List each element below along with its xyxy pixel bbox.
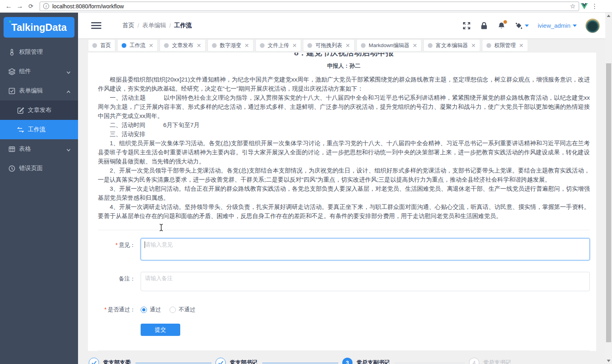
step-number: 3 (342, 358, 353, 364)
step-connector (262, 363, 338, 363)
radio-label: 不通过 (179, 306, 195, 313)
sidebar-item-label: 权限管理 (19, 48, 71, 56)
submit-button[interactable]: 提交 (141, 324, 180, 336)
close-icon[interactable]: ✕ (149, 43, 154, 48)
scrollbar-up-icon[interactable] (605, 13, 612, 19)
article-publish-icon (17, 107, 24, 114)
sidebar-item-article-publish[interactable]: 文章发布 (0, 100, 78, 120)
tab-count-to[interactable]: 数字渐变 ✕ (208, 39, 254, 51)
tab-draggable-list[interactable]: 可拖拽列表 ✕ (303, 39, 354, 51)
note-form-row: 备注： (98, 272, 590, 293)
step-2: 党支部书记 李四审核并通过 (215, 358, 342, 364)
radio-circle-icon (141, 307, 147, 313)
tab-dot-icon (486, 43, 491, 48)
browser-toolbar: ← → ⟳ i localhost:8080/form/workflow ☆ ⋮ (0, 0, 612, 13)
opinion-textarea[interactable] (141, 238, 590, 260)
close-icon[interactable]: ✕ (196, 43, 201, 48)
article-paragraph: 一、活动主题 以中国特色社会主义理论为指导，深入贯彻落实党的十八大、十八届四中全… (98, 93, 590, 120)
url-text: localhost:8080/form/workflow (52, 3, 570, 9)
tab-dot-icon (122, 43, 126, 48)
browser-forward-icon[interactable]: → (14, 2, 25, 11)
workflow-card: 8：建党节庆祝活动启动申报 申报人：孙二 根据县委组织部(组织[20xx]21)… (88, 47, 596, 351)
bookmark-star-icon[interactable]: ☆ (570, 2, 576, 10)
tab-rich-text-editor[interactable]: 富文本编辑器 ✕ (423, 39, 480, 51)
opinion-label: *意见： (98, 238, 135, 249)
close-icon[interactable]: ✕ (292, 43, 297, 48)
tab-article-publish[interactable]: 文章发布 ✕ (160, 39, 206, 51)
vue-devtools-icon[interactable] (579, 3, 589, 9)
url-bar[interactable]: i localhost:8080/form/workflow ☆ (40, 2, 579, 11)
fullscreen-icon[interactable] (462, 21, 471, 30)
avatar[interactable] (585, 19, 600, 33)
tab-home[interactable]: 首页 (88, 39, 115, 51)
sidebar-item-label: 文章发布 (28, 106, 71, 114)
user-menu[interactable]: iview_admin (538, 22, 577, 29)
step-title: 党总支副书记 (357, 359, 390, 364)
page-info-icon[interactable]: i (43, 3, 49, 9)
collapse-menu-icon[interactable] (91, 21, 101, 30)
sidebar-item-workflow[interactable]: 工作流 (0, 120, 78, 139)
close-icon[interactable]: ✕ (471, 43, 476, 48)
steps-divider (98, 351, 590, 351)
pass-radio-group: 通过 不通过 (141, 306, 195, 313)
tab-permissions[interactable]: 权限管理 ✕ (482, 39, 528, 51)
tab-workflow[interactable]: 工作流 ✕ (117, 39, 158, 51)
table-icon (8, 146, 15, 153)
sidebar-item-form-edit[interactable]: 表单编辑 (0, 81, 78, 100)
tab-label: 首页 (100, 42, 111, 49)
chevron-down-icon (66, 69, 71, 74)
note-label: 备注： (98, 272, 135, 282)
scrollbar-down-icon[interactable] (605, 358, 612, 364)
sidebar-item-tables[interactable]: 表格 (0, 139, 78, 159)
sidebar-item-error-pages[interactable]: 错误页面 (0, 159, 78, 178)
step-4: 4 党总支书记 赵六审核并通过 (469, 358, 596, 364)
page-tags-bar: 首页 工作流 ✕ 文章发布 ✕ 数字渐变 ✕ 文件上传 ✕ 可拖拽列表 ✕ Ma… (78, 38, 605, 53)
notification-bell-icon[interactable] (497, 21, 506, 30)
tab-dot-icon (260, 43, 265, 48)
chevron-down-icon (525, 25, 529, 27)
breadcrumb-home[interactable]: 首页 (122, 22, 134, 29)
note-textarea[interactable] (141, 272, 590, 291)
sidebar-item-permissions[interactable]: 权限管理 (0, 42, 78, 62)
page-scrollbar[interactable] (605, 13, 612, 364)
breadcrumb-separator: / (137, 22, 139, 29)
tab-markdown-editor[interactable]: Markdown编辑器 ✕ (357, 39, 422, 51)
scrollbar-thumb[interactable] (606, 63, 611, 342)
sidebar-item-label: 组件 (19, 68, 66, 75)
article-paragraph: 根据县委组织部(组织[20xx]21)文件通知精神，为纪念中国共产党建党xx周年… (98, 75, 590, 93)
radio-fail[interactable]: 不通过 (170, 306, 195, 313)
tab-dot-icon (92, 43, 97, 48)
close-icon[interactable]: ✕ (519, 43, 524, 48)
breadcrumb-form-edit[interactable]: 表单编辑 (142, 22, 166, 29)
sidebar-item-components[interactable]: 组件 (0, 62, 78, 81)
opinion-form-row: *意见： (98, 238, 590, 262)
close-icon[interactable]: ✕ (345, 43, 350, 48)
close-icon[interactable]: ✕ (244, 43, 249, 48)
app-logo[interactable]: TalkingData (4, 17, 74, 38)
page-content: 8：建党节庆祝活动启动申报 申报人：孙二 根据县委组织部(组织[20xx]21)… (78, 53, 605, 364)
theme-icon (515, 21, 523, 30)
tab-label: 数字渐变 (220, 42, 241, 49)
article-paragraph: 2、开展一次党员领导干部带头上党课活动。各党(总)支部结合本支部情况，为庆祝党的… (98, 166, 590, 184)
tab-label: 文件上传 (268, 42, 289, 49)
lock-icon[interactable] (480, 21, 488, 30)
close-icon[interactable]: ✕ (412, 43, 417, 48)
step-title: 党支部支委 (103, 359, 131, 364)
radio-circle-icon (170, 307, 176, 313)
tab-upload[interactable]: 文件上传 ✕ (255, 39, 301, 51)
article-paragraph: 三、活动安排 (98, 129, 590, 138)
browser-back-icon[interactable]: ← (3, 2, 14, 11)
chevron-down-icon (66, 147, 71, 152)
pass-form-row: *是否通过： 通过 不通过 (98, 306, 590, 313)
sidebar-item-label: 工作流 (28, 126, 71, 133)
workflow-icon (17, 126, 24, 133)
step-check-icon (215, 358, 226, 364)
pass-label: *是否通过： (98, 306, 135, 313)
radio-pass[interactable]: 通过 (141, 306, 161, 313)
article-paragraph: 二、活动时间 6月下旬至7月 (98, 120, 590, 129)
tab-dot-icon (307, 43, 312, 48)
browser-reload-icon[interactable]: ⟳ (25, 2, 36, 11)
theme-switcher[interactable] (515, 21, 529, 30)
logo-accent-dot (9, 21, 11, 23)
browser-menu-icon[interactable]: ⋮ (589, 2, 600, 10)
